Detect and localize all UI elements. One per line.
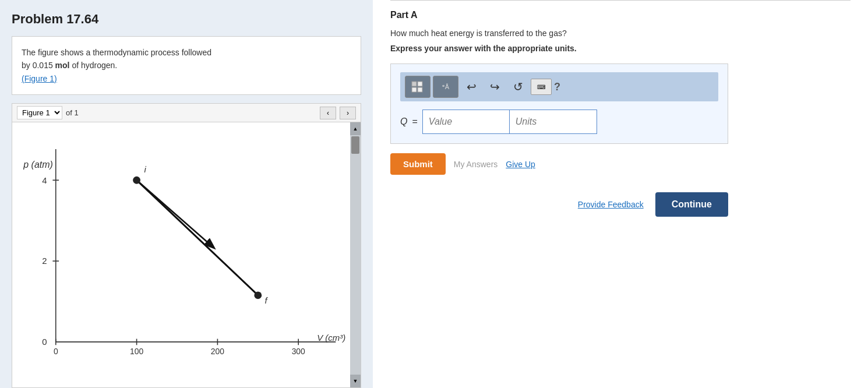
graph-svg: p (atm) 4 2 0 0 100 200 300 V (cm³) xyxy=(12,122,361,387)
scroll-down[interactable]: ▼ xyxy=(350,375,361,387)
submit-button[interactable]: Submit xyxy=(390,153,446,175)
input-row: Q = xyxy=(400,110,718,134)
matrix-button[interactable] xyxy=(405,76,431,98)
graph-container: ▲ ▼ p (atm) 4 2 0 0 100 20 xyxy=(12,122,361,388)
y-tick-0: 0 xyxy=(42,337,47,347)
unit-icon: ᵒÅ xyxy=(442,83,449,91)
right-panel: Part A How much heat energy is transferr… xyxy=(373,0,868,388)
x-tick-0: 0 xyxy=(54,347,58,356)
equals-sign: = xyxy=(412,117,417,127)
svg-rect-13 xyxy=(418,82,422,86)
svg-rect-15 xyxy=(418,87,422,92)
svg-rect-14 xyxy=(412,87,417,92)
provide-feedback-link[interactable]: Provide Feedback xyxy=(578,200,644,209)
reset-button[interactable]: ↺ xyxy=(507,76,528,97)
value-input[interactable] xyxy=(422,110,510,134)
express-instruction: Express your answer with the appropriate… xyxy=(390,44,851,53)
unit-button[interactable]: ᵒÅ xyxy=(433,76,458,98)
redo-button[interactable]: ↪ xyxy=(484,76,505,97)
problem-description: The figure shows a thermodynamic process… xyxy=(12,36,361,95)
figure-bar: Figure 1 of 1 ‹ › xyxy=(12,103,361,122)
left-panel: Problem 17.64 The figure shows a thermod… xyxy=(0,0,373,388)
problem-title: Problem 17.64 xyxy=(12,12,361,27)
figure-of-label: of 1 xyxy=(66,108,79,117)
x-axis-label: V (cm³) xyxy=(317,333,345,343)
y-axis-label: p (atm) xyxy=(23,160,53,170)
keyboard-button[interactable]: ⌨ xyxy=(531,79,552,95)
point-f-label: f xyxy=(265,295,269,305)
matrix-icon xyxy=(411,81,424,93)
continue-button[interactable]: Continue xyxy=(655,192,728,217)
y-tick-4: 4 xyxy=(42,175,47,185)
scroll-up[interactable]: ▲ xyxy=(350,122,361,135)
answer-toolbar: ᵒÅ ↩ ↪ ↺ ⌨ ? xyxy=(400,72,718,101)
x-tick-100: 100 xyxy=(130,347,143,356)
help-button[interactable]: ? xyxy=(554,81,560,93)
my-answers-link[interactable]: My Answers xyxy=(454,160,497,169)
mol-highlight: mol xyxy=(55,61,70,70)
undo-button[interactable]: ↩ xyxy=(461,76,482,97)
x-tick-200: 200 xyxy=(211,347,224,356)
scroll-thumb xyxy=(351,136,359,154)
description-text: The figure shows a thermodynamic process… xyxy=(22,48,211,70)
keyboard-icon: ⌨ xyxy=(537,84,545,90)
y-tick-2: 2 xyxy=(42,256,47,266)
next-button[interactable]: › xyxy=(340,107,356,119)
units-input[interactable] xyxy=(510,110,597,134)
figure-select[interactable]: Figure 1 xyxy=(17,106,62,119)
figure-link[interactable]: (Figure 1) xyxy=(22,74,57,83)
bottom-row: Provide Feedback Continue xyxy=(390,192,728,217)
action-row: Submit My Answers Give Up xyxy=(390,153,851,175)
part-label: Part A xyxy=(390,10,851,20)
point-f xyxy=(254,292,262,299)
answer-box: ᵒÅ ↩ ↪ ↺ ⌨ ? Q = xyxy=(390,64,728,144)
top-divider xyxy=(390,0,851,1)
point-i xyxy=(133,177,140,184)
svg-line-11 xyxy=(137,180,258,295)
prev-button[interactable]: ‹ xyxy=(320,107,336,119)
x-tick-300: 300 xyxy=(292,347,305,356)
q-label: Q xyxy=(400,117,407,127)
point-i-label: i xyxy=(144,165,146,175)
question-text: How much heat energy is transferred to t… xyxy=(390,29,851,38)
give-up-link[interactable]: Give Up xyxy=(506,160,535,169)
svg-rect-12 xyxy=(412,82,417,86)
